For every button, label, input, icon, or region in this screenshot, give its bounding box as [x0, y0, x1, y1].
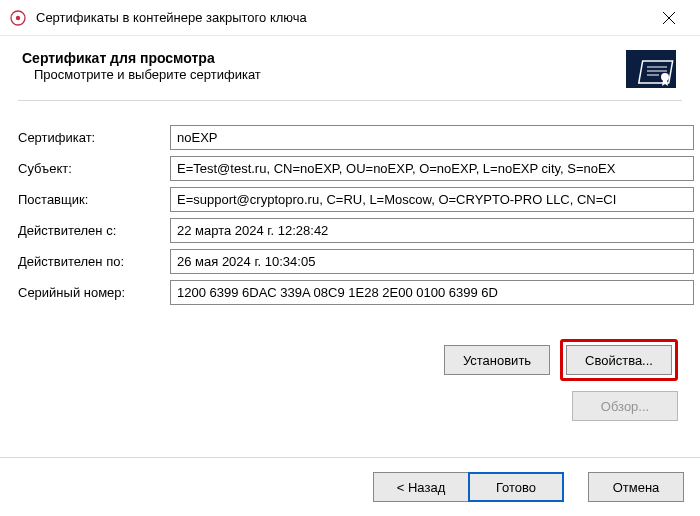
label-certificate: Сертификат:: [18, 130, 170, 145]
cancel-button[interactable]: Отмена: [588, 472, 684, 502]
row-subject: Субъект: E=Test@test.ru, CN=noEXP, OU=no…: [18, 156, 694, 181]
value-valid-to[interactable]: 26 мая 2024 г. 10:34:05: [170, 249, 694, 274]
row-serial: Серийный номер: 1200 6399 6DAC 339A 08C9…: [18, 280, 694, 305]
label-issuer: Поставщик:: [18, 192, 170, 207]
row-valid-from: Действителен с: 22 марта 2024 г. 12:28:4…: [18, 218, 694, 243]
value-valid-from[interactable]: 22 марта 2024 г. 12:28:42: [170, 218, 694, 243]
properties-button[interactable]: Свойства...: [566, 345, 672, 375]
svg-point-8: [661, 73, 669, 81]
wizard-footer: < Назад Готово Отмена: [0, 457, 700, 516]
row-valid-to: Действителен по: 26 мая 2024 г. 10:34:05: [18, 249, 694, 274]
svg-point-1: [16, 15, 20, 19]
close-button[interactable]: [648, 3, 690, 33]
app-icon: [10, 10, 26, 26]
certificate-icon: [626, 50, 676, 88]
wizard-header: Сертификат для просмотра Просмотрите и в…: [0, 36, 700, 100]
install-button[interactable]: Установить: [444, 345, 550, 375]
highlight-annotation: Свойства...: [560, 339, 678, 381]
label-valid-from: Действителен с:: [18, 223, 170, 238]
row-issuer: Поставщик: E=support@cryptopro.ru, C=RU,…: [18, 187, 694, 212]
value-certificate[interactable]: noEXP: [170, 125, 694, 150]
label-subject: Субъект:: [18, 161, 170, 176]
value-issuer[interactable]: E=support@cryptopro.ru, C=RU, L=Moscow, …: [170, 187, 694, 212]
action-buttons-row2: Обзор...: [18, 387, 694, 427]
back-button[interactable]: < Назад: [373, 472, 469, 502]
wizard-title: Сертификат для просмотра: [22, 50, 614, 66]
label-serial: Серийный номер:: [18, 285, 170, 300]
label-valid-to: Действителен по:: [18, 254, 170, 269]
value-subject[interactable]: E=Test@test.ru, CN=noEXP, OU=noEXP, O=no…: [170, 156, 694, 181]
value-serial[interactable]: 1200 6399 6DAC 339A 08C9 1E28 2E00 0100 …: [170, 280, 694, 305]
wizard-subtitle: Просмотрите и выберите сертификат: [22, 67, 614, 82]
browse-button: Обзор...: [572, 391, 678, 421]
action-buttons-row1: Установить Свойства...: [18, 311, 694, 387]
titlebar: Сертификаты в контейнере закрытого ключа: [0, 0, 700, 36]
row-certificate: Сертификат: noEXP: [18, 125, 694, 150]
window-title: Сертификаты в контейнере закрытого ключа: [36, 10, 648, 25]
form-area: Сертификат: noEXP Субъект: E=Test@test.r…: [0, 101, 700, 427]
finish-button[interactable]: Готово: [468, 472, 564, 502]
